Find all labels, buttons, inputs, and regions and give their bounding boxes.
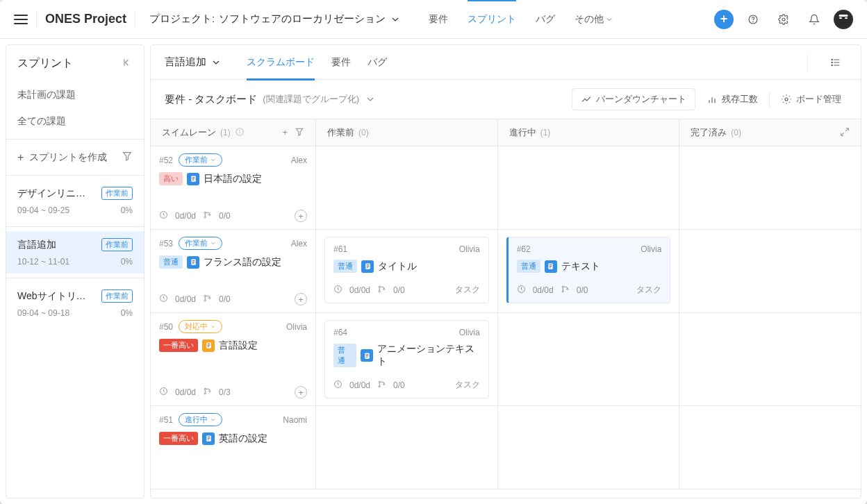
task-card[interactable]: #62Olivia 普通 テキスト 0d/0d 0/0 タスク bbox=[506, 237, 671, 303]
add-card-button[interactable]: + bbox=[295, 210, 307, 222]
logo: ONES Project bbox=[45, 12, 126, 26]
task-type-icon bbox=[187, 173, 199, 185]
svg-point-64 bbox=[379, 381, 380, 383]
sidebar-item-all[interactable]: 全ての課題 bbox=[6, 108, 144, 135]
lane-id: #53 bbox=[159, 239, 173, 249]
lane-cell-inprogress[interactable] bbox=[498, 146, 680, 229]
task-type-icon bbox=[202, 339, 215, 352]
avatar[interactable] bbox=[834, 10, 853, 29]
branch-icon bbox=[203, 387, 212, 398]
nav-tab[interactable]: スプリント bbox=[468, 0, 516, 39]
clock-icon bbox=[333, 380, 342, 391]
lane-cell-inprogress[interactable]: #62Olivia 普通 テキスト 0d/0d 0/0 タスク bbox=[498, 230, 680, 312]
status-pill[interactable]: 作業前 bbox=[179, 153, 222, 167]
main-tab[interactable]: 要件 bbox=[331, 45, 351, 80]
card-assignee: Olivia bbox=[641, 244, 661, 254]
task-card[interactable]: #61Olivia 普通 タイトル 0d/0d 0/0 タスク bbox=[324, 237, 489, 303]
chevron-down-icon[interactable] bbox=[365, 94, 376, 105]
svg-marker-8 bbox=[124, 153, 131, 160]
info-icon[interactable] bbox=[235, 127, 245, 139]
svg-point-66 bbox=[383, 383, 385, 385]
svg-point-59 bbox=[209, 390, 210, 392]
lane-cell-done[interactable] bbox=[679, 406, 861, 489]
sprint-selector[interactable]: 言語追加 bbox=[165, 56, 222, 69]
nav-tab[interactable]: その他 bbox=[575, 0, 613, 39]
collapse-icon[interactable] bbox=[122, 57, 133, 70]
sidebar-item-unplanned[interactable]: 未計画の課題 bbox=[6, 82, 144, 108]
gear-icon[interactable] bbox=[773, 8, 795, 31]
lane-cell-done[interactable] bbox=[679, 230, 861, 312]
sprint-name: Webサイトリニ… bbox=[17, 290, 94, 303]
lane-header[interactable]: #51 進行中 Naomi 一番高い 英語の設定 bbox=[151, 406, 316, 489]
lane-header[interactable]: #53 作業前 Alex 普通 フランス語の設定 0d/0d 0/0 + bbox=[151, 230, 316, 312]
lane-cell-inprogress[interactable] bbox=[498, 406, 680, 489]
svg-rect-48 bbox=[550, 267, 551, 268]
board-title: 要件 - タスクボード bbox=[165, 93, 257, 106]
svg-point-12 bbox=[832, 59, 832, 60]
body: スプリント 未計画の課題 全ての課題 + スプリントを作成 デザインリニュ… 作… bbox=[0, 39, 867, 504]
card-title: タイトル bbox=[378, 260, 417, 273]
lane-cell-todo[interactable]: #64Olivia 普通 アニメーションテキスト 0d/0d 0/0 タスク bbox=[316, 313, 498, 405]
sprint-card[interactable]: 言語追加 作業前 10-12 ~ 11-01 0% bbox=[6, 231, 144, 274]
main-tab[interactable]: スクラムボード bbox=[247, 45, 315, 80]
lane-cell-todo[interactable] bbox=[316, 146, 498, 229]
lane-cell-todo[interactable]: #61Olivia 普通 タイトル 0d/0d 0/0 タスク bbox=[316, 230, 498, 312]
lane-cell-inprogress[interactable] bbox=[498, 313, 680, 405]
task-card[interactable]: #64Olivia 普通 アニメーションテキスト 0d/0d 0/0 タスク bbox=[324, 320, 489, 398]
sprint-card[interactable]: デザインリニュ… 作業前 09-04 ~ 09-25 0% bbox=[6, 180, 144, 222]
lane-subtasks: 0/0 bbox=[219, 211, 231, 221]
filter-icon[interactable] bbox=[122, 151, 133, 164]
status-pill[interactable]: 作業前 bbox=[179, 237, 222, 250]
lane-header[interactable]: #50 対応中 Olivia 一番高い 言語設定 0d/0d 0/3 + bbox=[151, 313, 316, 405]
card-assignee: Olivia bbox=[459, 244, 480, 254]
swimlane-row: #52 作業前 Alex 高い 日本語の設定 0d/0d 0/0 + bbox=[151, 146, 861, 230]
svg-rect-68 bbox=[207, 438, 210, 439]
card-type: タスク bbox=[455, 379, 480, 391]
divider bbox=[6, 139, 144, 140]
sprint-card[interactable]: Webサイトリニ… 作業前 09-04 ~ 09-18 0% bbox=[6, 283, 144, 325]
col-count: (1) bbox=[540, 128, 551, 137]
lane-id: #50 bbox=[159, 322, 173, 332]
create-button[interactable]: + bbox=[714, 10, 734, 29]
lane-cell-todo[interactable] bbox=[316, 406, 498, 489]
lane-assignee: Alex bbox=[291, 156, 307, 165]
card-time: 0d/0d bbox=[349, 285, 370, 295]
menu-icon[interactable] bbox=[14, 12, 28, 26]
nav-tab[interactable]: バグ bbox=[536, 0, 555, 39]
chevron-down-icon bbox=[390, 14, 401, 25]
svg-rect-41 bbox=[366, 267, 368, 268]
add-card-button[interactable]: + bbox=[295, 293, 307, 305]
lane-cell-done[interactable] bbox=[679, 146, 861, 229]
svg-rect-47 bbox=[550, 266, 552, 267]
swimlane-row: #50 対応中 Olivia 一番高い 言語設定 0d/0d 0/3 + #64… bbox=[151, 313, 861, 406]
branch-icon bbox=[561, 285, 570, 296]
burndown-button[interactable]: バーンダウンチャート bbox=[572, 88, 695, 110]
status-pill[interactable]: 進行中 bbox=[179, 413, 222, 426]
project-selector[interactable]: プロジェクト: ソフトウェアのローカリゼーション bbox=[149, 12, 401, 26]
help-icon[interactable] bbox=[742, 8, 764, 31]
expand-icon[interactable] bbox=[840, 127, 850, 139]
remaining-button[interactable]: 残存工数 bbox=[701, 89, 763, 110]
lane-subtasks: 0/3 bbox=[219, 387, 231, 397]
list-view-icon[interactable] bbox=[825, 51, 847, 74]
clock-icon bbox=[517, 285, 526, 296]
status-pill[interactable]: 対応中 bbox=[179, 320, 222, 333]
nav-tab[interactable]: 要件 bbox=[429, 0, 448, 39]
lane-cell-done[interactable] bbox=[679, 313, 861, 405]
lane-header[interactable]: #52 作業前 Alex 高い 日本語の設定 0d/0d 0/0 + bbox=[151, 146, 316, 229]
bell-icon[interactable] bbox=[803, 8, 825, 31]
board-settings-button[interactable]: ボード管理 bbox=[775, 89, 847, 110]
add-card-button[interactable]: + bbox=[295, 386, 307, 398]
main-tab[interactable]: バグ bbox=[368, 45, 387, 80]
divider bbox=[6, 175, 144, 176]
branch-icon bbox=[203, 294, 212, 305]
sprint-progress: 0% bbox=[121, 205, 133, 215]
add-icon[interactable]: + bbox=[282, 127, 288, 139]
column-swimlane: スイムレーン (1) + bbox=[151, 119, 316, 146]
card-assignee: Olivia bbox=[459, 328, 480, 337]
branch-icon bbox=[203, 210, 212, 221]
svg-rect-4 bbox=[839, 17, 842, 19]
create-sprint-button[interactable]: + スプリントを作成 bbox=[6, 144, 144, 171]
svg-point-45 bbox=[383, 288, 385, 289]
filter-icon[interactable] bbox=[295, 127, 304, 139]
